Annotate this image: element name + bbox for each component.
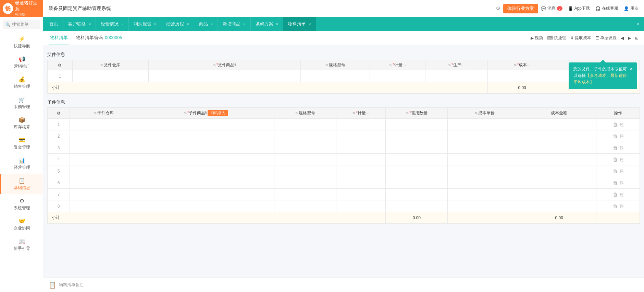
child-qty-1[interactable]: [386, 119, 448, 130]
tooltip-close-button[interactable]: ×: [630, 66, 632, 72]
tab-profit-close[interactable]: ×: [154, 22, 156, 26]
sidebar-item-basic-info[interactable]: 📋 基础信息: [0, 174, 43, 194]
view-button[interactable]: ▶ 视频: [531, 35, 543, 41]
sidebar-item-quick-nav[interactable]: ⚡ 快捷导航: [0, 32, 43, 52]
tab-profit[interactable]: 利润报告 ×: [129, 17, 161, 31]
child-unit-1[interactable]: [336, 119, 386, 130]
child-product-6[interactable]: [138, 177, 274, 189]
tab-bom-close[interactable]: ×: [309, 22, 311, 26]
single-settings-button[interactable]: ☰ 单据设置: [595, 35, 617, 41]
child-unit-cost-1[interactable]: [448, 119, 522, 130]
sidebar-item-system[interactable]: ⚙ 系统管理: [0, 194, 43, 214]
child-warehouse-8[interactable]: [70, 200, 138, 212]
child-qty-4[interactable]: [386, 154, 448, 165]
child-unit-5[interactable]: [336, 165, 386, 177]
parent-th-cost[interactable]: ⇅*成本...: [487, 60, 557, 70]
child-th-spec[interactable]: ⇅规格型号: [274, 108, 336, 119]
child-qty-7[interactable]: [386, 189, 448, 200]
sidebar-item-guide[interactable]: 📖 新手引导: [0, 235, 43, 255]
tab-customer[interactable]: 客户联络 ×: [63, 17, 96, 31]
copy-icon[interactable]: ⎘: [620, 191, 624, 198]
parent-production-cell[interactable]: [425, 70, 487, 82]
copy-icon[interactable]: ⎘: [620, 168, 624, 175]
parent-th-settings[interactable]: ⚙: [48, 60, 73, 70]
child-product-5[interactable]: [138, 165, 274, 177]
copy-icon[interactable]: ⎘: [620, 203, 624, 210]
sub-tab-bom[interactable]: 物料清单: [49, 31, 69, 45]
child-th-qty[interactable]: ⇅*需用数量: [386, 108, 448, 119]
child-unit-7[interactable]: [336, 189, 386, 200]
tab-bom[interactable]: 物料清单 ×: [283, 17, 316, 31]
trial-button[interactable]: 体验行业方案: [503, 4, 538, 13]
delete-icon[interactable]: 🗑: [612, 203, 618, 210]
tab-product[interactable]: 商品 ×: [194, 17, 218, 31]
tab-product-close[interactable]: ×: [211, 22, 213, 26]
child-unit-cost-2[interactable]: [448, 130, 522, 142]
parent-warehouse-cell[interactable]: [72, 70, 148, 82]
child-th-product[interactable]: ⇅ *子件商品ℹ 扫码录入: [138, 108, 274, 119]
copy-icon[interactable]: ⎘: [620, 156, 624, 163]
child-unit-cost-8[interactable]: [448, 200, 522, 212]
child-th-unit[interactable]: ⇅*计量...: [336, 108, 386, 119]
child-warehouse-5[interactable]: [70, 165, 138, 177]
child-qty-3[interactable]: [386, 142, 448, 154]
child-product-1[interactable]: [138, 119, 274, 130]
child-spec-2[interactable]: [274, 130, 336, 142]
child-product-2[interactable]: [138, 130, 274, 142]
tab-customer-close[interactable]: ×: [89, 22, 91, 26]
tab-new-product[interactable]: 新增商品 ×: [218, 17, 250, 31]
parent-product-cell[interactable]: [148, 70, 300, 82]
nav-prev[interactable]: ◀: [621, 36, 624, 40]
child-unit-cost-5[interactable]: [448, 165, 522, 177]
copy-icon[interactable]: ⎘: [620, 144, 624, 151]
child-spec-3[interactable]: [274, 142, 336, 154]
child-unit-8[interactable]: [336, 200, 386, 212]
parent-cost-cell[interactable]: [487, 70, 557, 82]
shortcut-button[interactable]: ⌨ 快捷键: [547, 35, 566, 41]
sidebar-item-marketing[interactable]: 📢 营销推广: [0, 52, 43, 73]
child-spec-5[interactable]: [274, 165, 336, 177]
delete-icon[interactable]: 🗑: [612, 144, 618, 151]
scan-button[interactable]: 扫码录入: [208, 110, 228, 116]
delete-icon[interactable]: 🗑: [612, 156, 618, 163]
delete-icon[interactable]: 🗑: [612, 168, 618, 175]
tab-history[interactable]: 经营历程 ×: [161, 17, 194, 31]
parent-th-spec[interactable]: ⇅规格型号: [301, 60, 370, 70]
child-warehouse-7[interactable]: [70, 189, 138, 200]
copy-icon[interactable]: ⎘: [620, 133, 624, 140]
user-button[interactable]: 👤 用友: [624, 5, 639, 11]
child-warehouse-2[interactable]: [70, 130, 138, 142]
extract-cost-button[interactable]: ⬇ 提取成本: [570, 35, 591, 41]
sidebar-item-sales[interactable]: 💰 销售管理: [0, 73, 43, 93]
parent-th-product[interactable]: ⇅*父件商品ℹ: [148, 60, 300, 70]
nav-next[interactable]: ▶: [628, 36, 631, 40]
sidebar-item-inventory[interactable]: 📦 库存核算: [0, 113, 43, 133]
settings-icon[interactable]: ⚙: [496, 5, 500, 12]
child-warehouse-6[interactable]: [70, 177, 138, 189]
child-warehouse-3[interactable]: [70, 142, 138, 154]
online-service-button[interactable]: 🎧 在线客服: [595, 5, 618, 11]
delete-icon[interactable]: 🗑: [612, 121, 618, 128]
sidebar-item-cooperation[interactable]: 🤝 企业协同: [0, 214, 43, 235]
child-unit-2[interactable]: [336, 130, 386, 142]
tab-barcode[interactable]: 条码方案 ×: [251, 17, 283, 31]
child-spec-1[interactable]: [274, 119, 336, 130]
tab-barcode-close[interactable]: ×: [276, 22, 278, 26]
sidebar-item-operations[interactable]: 📊 经营管理: [0, 154, 43, 174]
child-th-settings[interactable]: ⚙: [48, 108, 70, 119]
child-product-7[interactable]: [138, 189, 274, 200]
tab-new-product-close[interactable]: ×: [243, 22, 245, 26]
child-spec-6[interactable]: [274, 177, 336, 189]
sidebar-item-finance[interactable]: 💳 资金管理: [0, 133, 43, 154]
child-unit-cost-7[interactable]: [448, 189, 522, 200]
delete-icon[interactable]: 🗑: [612, 191, 618, 198]
child-unit-cost-4[interactable]: [448, 154, 522, 165]
sub-tab-code[interactable]: 物料清单编码 0000005: [75, 31, 124, 45]
child-spec-7[interactable]: [274, 189, 336, 200]
child-th-warehouse[interactable]: ⇅子件仓库: [70, 108, 138, 119]
child-unit-3[interactable]: [336, 142, 386, 154]
child-unit-cost-3[interactable]: [448, 142, 522, 154]
tab-operations-status[interactable]: 经营情况 ×: [96, 17, 128, 31]
child-warehouse-4[interactable]: [70, 154, 138, 165]
child-unit-6[interactable]: [336, 177, 386, 189]
